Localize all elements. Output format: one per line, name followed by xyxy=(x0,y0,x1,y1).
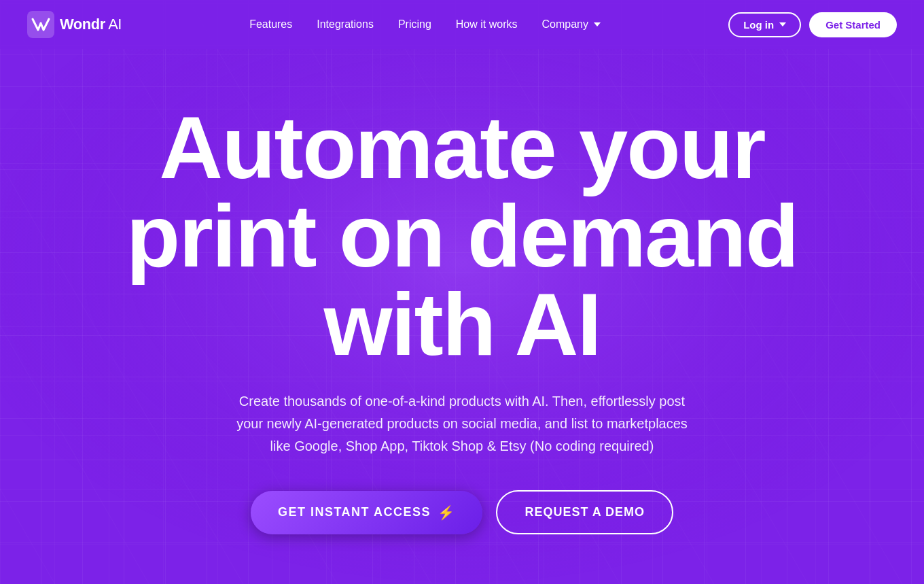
logo-icon xyxy=(27,11,54,38)
request-demo-button[interactable]: REQUEST A DEMO xyxy=(496,490,673,534)
nav-integrations[interactable]: Integrations xyxy=(317,18,374,31)
login-chevron-icon xyxy=(779,22,786,27)
hero-cta-group: GET INSTANT ACCESS ⚡ REQUEST A DEMO xyxy=(251,490,673,534)
nav-pricing[interactable]: Pricing xyxy=(398,18,431,31)
nav-company-dropdown[interactable]: Company xyxy=(541,18,600,31)
navbar: Wondr AI Features Integrations Pricing H… xyxy=(0,0,924,49)
brand-name: Wondr AI xyxy=(60,16,122,33)
hero-subtitle: Create thousands of one-of-a-kind produc… xyxy=(231,390,693,458)
chevron-down-icon xyxy=(594,22,601,27)
get-started-button[interactable]: Get Started xyxy=(809,12,897,37)
nav-links: Features Integrations Pricing How it wor… xyxy=(249,18,601,31)
login-button[interactable]: Log in xyxy=(728,12,801,37)
nav-actions: Log in Get Started xyxy=(728,12,897,37)
lightning-icon: ⚡ xyxy=(438,504,456,521)
hero-section: Automate your print on demand with AI Cr… xyxy=(0,49,924,575)
get-instant-access-button[interactable]: GET INSTANT ACCESS ⚡ xyxy=(251,491,483,534)
instant-access-label: GET INSTANT ACCESS xyxy=(278,505,431,519)
nav-company-label: Company xyxy=(541,18,588,31)
hero-title: Automate your print on demand with AI xyxy=(126,103,798,368)
logo-container[interactable]: Wondr AI xyxy=(27,11,122,38)
nav-how-it-works[interactable]: How it works xyxy=(456,18,518,31)
nav-features[interactable]: Features xyxy=(249,18,292,31)
